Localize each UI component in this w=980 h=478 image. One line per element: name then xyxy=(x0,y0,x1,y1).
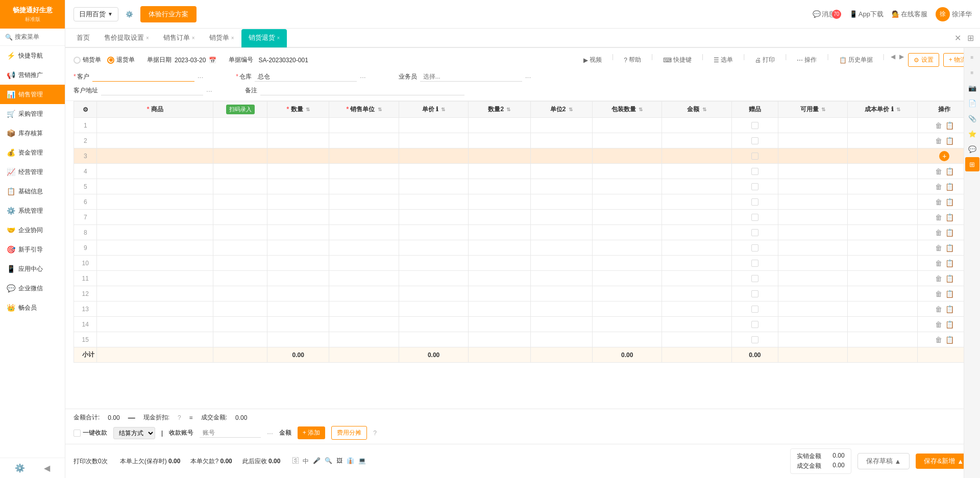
sidebar-item-marketing[interactable]: 📢 营销推广 xyxy=(0,65,65,85)
gift-cell-4[interactable] xyxy=(731,164,778,179)
salesperson-select-icon[interactable]: ··· xyxy=(525,73,531,81)
pkg-cell-1[interactable] xyxy=(592,118,662,133)
pkg-cell-6[interactable] xyxy=(592,194,662,210)
gift-cell-10[interactable] xyxy=(731,256,778,271)
unit2-cell-1[interactable] xyxy=(530,118,592,133)
delete-icon-4[interactable]: 🗑 xyxy=(935,167,942,175)
qty2-cell-8[interactable] xyxy=(469,225,530,240)
unit2-cell-2[interactable] xyxy=(530,133,592,148)
trial-btn[interactable]: 体验行业方案 xyxy=(140,6,197,22)
copy-icon-2[interactable]: 📋 xyxy=(945,137,954,145)
product-cell-10[interactable] xyxy=(97,256,213,271)
copy-icon-9[interactable]: 📋 xyxy=(945,244,954,252)
salesperson-input[interactable] xyxy=(420,72,522,82)
radio-sales[interactable]: 销货单 xyxy=(74,56,101,64)
float-btn-5[interactable]: 📎 xyxy=(965,111,979,125)
amount-cell-4[interactable] xyxy=(662,164,731,179)
select-btn[interactable]: ☰ 选单 xyxy=(709,53,737,67)
qty-cell-1[interactable] xyxy=(267,118,329,133)
amount-cell-6[interactable] xyxy=(662,194,731,210)
online-service-btn[interactable]: 💁 在线客服 xyxy=(892,10,927,19)
cash-discount-help-icon[interactable]: ? xyxy=(178,414,181,421)
price-cell-14[interactable] xyxy=(399,317,468,332)
gift-cell-7[interactable] xyxy=(731,210,778,225)
gift-cell-3[interactable] xyxy=(731,148,778,164)
copy-icon-13[interactable]: 📋 xyxy=(945,305,954,313)
close-all-tabs-icon[interactable]: ✕ xyxy=(952,33,963,43)
pkg-cell-13[interactable] xyxy=(592,301,662,317)
gift-checkbox-11[interactable] xyxy=(751,275,758,282)
app-download-btn[interactable]: 📱 App下载 xyxy=(849,10,884,19)
copy-icon-6[interactable]: 📋 xyxy=(945,198,954,206)
cost-cell-14[interactable] xyxy=(848,317,917,332)
copy-icon-8[interactable]: 📋 xyxy=(945,229,954,237)
tab-sales[interactable]: 销货单 × xyxy=(202,29,241,47)
qty2-cell-3[interactable] xyxy=(469,148,530,164)
product-cell-14[interactable] xyxy=(97,317,213,332)
price-cell-9[interactable] xyxy=(399,240,468,256)
qty-cell-7[interactable] xyxy=(267,210,329,225)
help-btn[interactable]: ? 帮助 xyxy=(620,53,645,67)
avail-cell-5[interactable] xyxy=(778,179,847,194)
price-cell-5[interactable] xyxy=(399,179,468,194)
product-cell-15[interactable] xyxy=(97,332,213,347)
tab-menu-icon[interactable]: ⊞ xyxy=(965,33,976,43)
copy-icon-10[interactable]: 📋 xyxy=(945,259,954,267)
float-btn-4[interactable]: 📄 xyxy=(965,96,979,110)
unit-cell-15[interactable] xyxy=(329,332,399,347)
product-cell-6[interactable] xyxy=(97,194,213,210)
gift-checkbox-9[interactable] xyxy=(751,244,758,251)
cost-cell-5[interactable] xyxy=(848,179,917,194)
avail-cell-4[interactable] xyxy=(778,164,847,179)
gift-cell-6[interactable] xyxy=(731,194,778,210)
amount-cell-1[interactable] xyxy=(662,118,731,133)
avail-cell-8[interactable] xyxy=(778,225,847,240)
qty-cell-14[interactable] xyxy=(267,317,329,332)
prev-record-icon[interactable]: ◀ xyxy=(891,53,895,67)
unit-cell-2[interactable] xyxy=(329,133,399,148)
delete-icon-6[interactable]: 🗑 xyxy=(935,198,942,206)
qty2-cell-5[interactable] xyxy=(469,179,530,194)
avail-cell-13[interactable] xyxy=(778,301,847,317)
tab-sales-order[interactable]: 销售订单 × xyxy=(156,29,202,47)
copy-icon-5[interactable]: 📋 xyxy=(945,183,954,191)
amount-cell-13[interactable] xyxy=(662,301,731,317)
amount-cell-15[interactable] xyxy=(662,332,731,347)
address-select-icon[interactable]: ··· xyxy=(206,87,212,95)
unit2-cell-15[interactable] xyxy=(530,332,592,347)
unit-cell-8[interactable] xyxy=(329,225,399,240)
unit2-cell-11[interactable] xyxy=(530,271,592,286)
tab-price-settings-close[interactable]: × xyxy=(146,35,149,41)
cost-cell-1[interactable] xyxy=(848,118,917,133)
pkg-cell-9[interactable] xyxy=(592,240,662,256)
split-btn[interactable]: 费用分摊 xyxy=(331,426,367,440)
gift-cell-5[interactable] xyxy=(731,179,778,194)
product-cell-1[interactable] xyxy=(97,118,213,133)
unit2-cell-8[interactable] xyxy=(530,225,592,240)
qty2-cell-9[interactable] xyxy=(469,240,530,256)
gift-checkbox-1[interactable] xyxy=(751,122,758,129)
add-row-btn-3[interactable]: + xyxy=(939,151,949,161)
gift-cell-14[interactable] xyxy=(731,317,778,332)
product-cell-3[interactable] xyxy=(97,148,213,164)
unit2-cell-6[interactable] xyxy=(530,194,592,210)
message-btn[interactable]: 💬 消息 70 xyxy=(813,10,841,19)
price-cell-15[interactable] xyxy=(399,332,468,347)
qty2-cell-4[interactable] xyxy=(469,164,530,179)
qty2-cell-12[interactable] xyxy=(469,286,530,301)
sidebar-search[interactable]: 🔍 搜索菜单 xyxy=(0,29,65,46)
customer-input[interactable] xyxy=(92,72,194,82)
price-cell-8[interactable] xyxy=(399,225,468,240)
user-profile[interactable]: 徐 徐泽华 xyxy=(936,7,972,21)
price-cell-2[interactable] xyxy=(399,133,468,148)
sidebar-item-wechat[interactable]: 💬 企业微信 xyxy=(0,279,65,298)
industry-selector[interactable]: 日用百货 ▼ xyxy=(74,7,118,21)
unit2-cell-12[interactable] xyxy=(530,286,592,301)
warehouse-input[interactable] xyxy=(255,72,357,82)
float-btn-7[interactable]: 💬 xyxy=(965,142,979,156)
unit-cell-3[interactable] xyxy=(329,148,399,164)
avail-cell-11[interactable] xyxy=(778,271,847,286)
product-cell-12[interactable] xyxy=(97,286,213,301)
qty-cell-15[interactable] xyxy=(267,332,329,347)
delete-icon-9[interactable]: 🗑 xyxy=(935,244,942,252)
